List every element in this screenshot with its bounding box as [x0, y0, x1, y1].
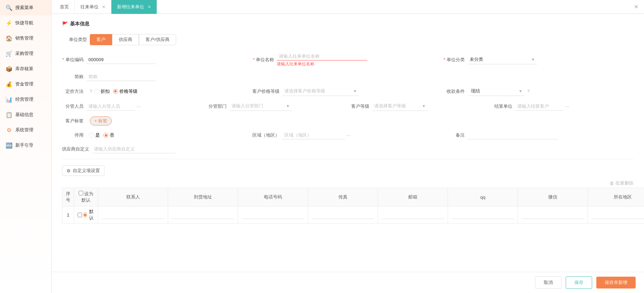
tab-home[interactable]: 首页: [54, 0, 75, 14]
row-default: 默认: [74, 206, 98, 223]
row-phone[interactable]: [238, 206, 308, 223]
unit-name-input[interactable]: [277, 52, 367, 60]
remark-label: 备注: [443, 132, 468, 138]
sidebar-item-finance[interactable]: 💰 资金管理: [0, 76, 51, 92]
customer-grade-select[interactable]: 请选择客户等级 ▼: [372, 101, 428, 111]
remark-input[interactable]: [468, 131, 558, 139]
form-content: 🚩 基本信息 单位类型 客户 供应商 客户/供应商 单位编码 单位名称 请输入往…: [52, 14, 644, 272]
tab-bar: 首页 往来单位 ✕ 新增往来单位 ✕ ✕: [52, 0, 644, 14]
sidebar-item-quicknav[interactable]: ⚡ 快捷导航: [0, 15, 51, 31]
col-default: 设为默认: [74, 188, 98, 206]
unit-name-col: 单位名称 请输入往来单位名称: [252, 52, 443, 67]
row-qq-input[interactable]: [451, 211, 514, 219]
unit-type-both-btn[interactable]: 客户/供应商: [139, 34, 176, 45]
sidebar-item-search[interactable]: 🔍 搜索菜单: [0, 0, 51, 15]
pricing-discount-radio[interactable]: 折扣: [94, 88, 110, 95]
cancel-button[interactable]: 取消: [535, 276, 561, 289]
row-address-input[interactable]: [172, 211, 234, 219]
settlement-unit-more-btn[interactable]: ···: [564, 104, 570, 109]
sidebar-item-system[interactable]: ⚙ 系统管理: [0, 122, 51, 138]
disable-yes-radio[interactable]: 是: [89, 132, 100, 138]
row-address[interactable]: [168, 206, 238, 223]
region-input[interactable]: [282, 131, 345, 139]
row-checkbox[interactable]: [78, 213, 82, 217]
tab-new-partner-close[interactable]: ✕: [148, 5, 151, 9]
sidebar-item-inventory[interactable]: 📦 库存核算: [0, 61, 51, 76]
customer-price-col: 客户价格等级 请选择客户价格等级 ▼: [252, 87, 443, 96]
customer-price-placeholder: 请选择客户价格等级: [284, 88, 353, 94]
row-fax[interactable]: [308, 206, 378, 223]
supplier-custom-col: 供应商自定义: [62, 145, 252, 153]
col-fax: 传真: [308, 188, 378, 206]
customer-price-select[interactable]: 请选择客户价格等级 ▼: [282, 87, 359, 96]
system-icon: ⚙: [6, 127, 13, 133]
sidebar-item-purchase[interactable]: 🛒 采购管理: [0, 46, 51, 61]
settlement-unit-input[interactable]: [515, 102, 564, 111]
col-index: 序号: [62, 188, 74, 206]
row-region-input[interactable]: [591, 211, 644, 219]
manager-input[interactable]: [86, 102, 135, 111]
form-row-7: 供应商自定义: [62, 145, 634, 153]
sidebar-item-sales[interactable]: 🏠 销售管理: [0, 31, 51, 46]
supplier-custom-input[interactable]: [92, 145, 175, 153]
row-wechat[interactable]: [518, 206, 588, 223]
customer-grade-placeholder: 请选择客户等级: [374, 103, 422, 109]
department-select[interactable]: 请输入分管部门 ▼: [229, 101, 292, 111]
col-email: 邮箱: [378, 188, 448, 206]
customer-tag-col: 客户标签 + 标签: [62, 116, 252, 125]
unit-code-input[interactable]: [86, 56, 156, 64]
unit-category-chevron-icon: ▼: [531, 57, 535, 62]
department-label: 分管部门: [205, 103, 229, 109]
region-more-btn[interactable]: ···: [345, 132, 351, 138]
inventory-icon: 📦: [6, 65, 13, 72]
disable-radio-group: 是 否: [89, 132, 114, 138]
region-label: 区域（地区）: [252, 132, 282, 138]
manager-more-btn[interactable]: ···: [135, 104, 141, 109]
save-button[interactable]: 保存: [566, 276, 592, 289]
row-region[interactable]: [588, 206, 644, 223]
row-wechat-input[interactable]: [521, 211, 584, 219]
pricing-method-help-icon[interactable]: ?: [90, 89, 92, 94]
col-default-checkbox[interactable]: [79, 191, 83, 195]
unit-type-customer-btn[interactable]: 客户: [90, 34, 112, 45]
row-contact[interactable]: [98, 206, 168, 223]
customer-price-chevron-icon: ▼: [353, 89, 357, 93]
save-and-new-button[interactable]: 保存并新增: [596, 277, 636, 288]
row-phone-input[interactable]: [242, 211, 304, 219]
custom-settings-button[interactable]: ⚙ 自定义项设置: [62, 165, 104, 176]
payment-help-icon[interactable]: ?: [527, 89, 530, 94]
quick-nav-icon: ⚡: [6, 19, 13, 26]
sidebar-item-newguide[interactable]: 🆕 新手引导: [0, 138, 51, 153]
unit-category-select[interactable]: 未分类 ▼: [468, 55, 537, 64]
section-title-basic: 🚩 基本信息: [62, 21, 634, 27]
disable-yes-circle: [89, 133, 94, 138]
short-name-input[interactable]: [86, 73, 156, 81]
department-chevron-icon: ▼: [286, 104, 290, 108]
row-default-radio[interactable]: 默认: [84, 209, 94, 221]
tab-close-all-button[interactable]: ✕: [631, 3, 641, 10]
row-email-input[interactable]: [382, 211, 444, 219]
pricing-method-label: 定价方法: [62, 88, 86, 95]
row-contact-input[interactable]: [102, 211, 164, 219]
sidebar-item-basicinfo[interactable]: 📋 基础信息: [0, 107, 51, 122]
short-name-col: 简称: [62, 73, 252, 81]
batch-delete-label[interactable]: 批量删除: [615, 180, 634, 186]
disable-col: 停用 是 否: [62, 131, 252, 139]
pricing-grade-radio[interactable]: 价格等级: [113, 88, 138, 95]
tab-partners-close[interactable]: ✕: [102, 5, 105, 9]
sidebar-item-operations[interactable]: 📊 经营管理: [0, 92, 51, 107]
add-tag-button[interactable]: + 标签: [90, 116, 112, 125]
row-fax-input[interactable]: [312, 211, 374, 219]
unit-type-supplier-btn[interactable]: 供应商: [112, 34, 139, 45]
row-qq[interactable]: [448, 206, 518, 223]
customer-grade-chevron-icon: ▼: [422, 104, 426, 108]
form-row-5: 客户标签 + 标签: [62, 116, 634, 125]
customer-price-label: 客户价格等级: [252, 88, 282, 95]
short-name-label: 简称: [62, 74, 86, 80]
tab-new-partner[interactable]: 新增往来单位 ✕: [111, 0, 157, 14]
disable-no-radio[interactable]: 否: [103, 132, 114, 138]
payment-condition-select[interactable]: 现结 ▼: [469, 87, 525, 96]
table-row: 1 默认: [62, 206, 644, 223]
tab-partners[interactable]: 往来单位 ✕: [75, 0, 111, 14]
row-email[interactable]: [378, 206, 448, 223]
